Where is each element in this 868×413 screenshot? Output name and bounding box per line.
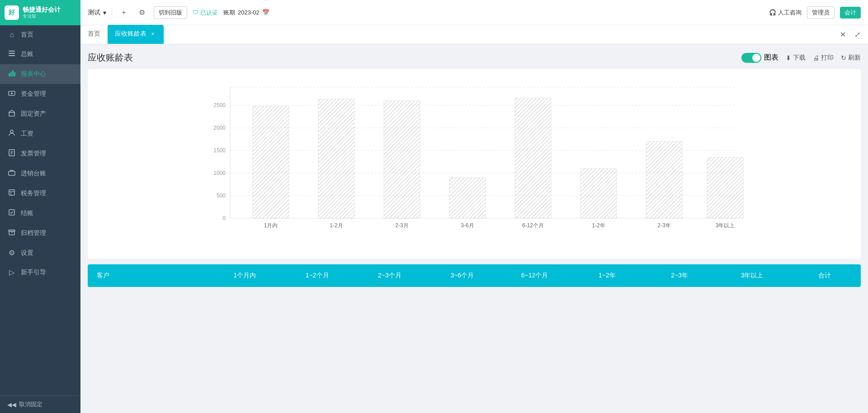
bar-1月内 [253, 106, 289, 218]
user-button[interactable]: 管理员 [807, 6, 835, 19]
tab-home-label: 首页 [88, 30, 100, 38]
tab-aging-label: 应收账龄表 [115, 30, 146, 38]
svg-rect-15 [9, 171, 15, 175]
app-edition: 专业版 [23, 13, 61, 19]
period-label: 账期 [223, 9, 235, 17]
close-window-icon[interactable]: ✕ [837, 29, 848, 40]
content-area: 应收账龄表 图表 ⬇ 下载 🖨 打印 ↻ 刷新 [80, 44, 868, 413]
svg-text:1000: 1000 [213, 170, 226, 176]
sidebar-cancel-fixed-btn[interactable]: ◀◀ 取消固定 [0, 395, 80, 413]
svg-text:1-2年: 1-2年 [592, 222, 605, 229]
svg-point-8 [11, 93, 13, 94]
svg-rect-3 [9, 73, 10, 76]
sidebar-item-assets[interactable]: 固定资产 [0, 104, 80, 124]
sidebar-item-invoices[interactable]: 发票管理 [0, 144, 80, 164]
bar-2-3月 [384, 101, 420, 218]
svg-rect-16 [9, 190, 14, 195]
svg-text:3年以上: 3年以上 [716, 222, 735, 229]
tab-home[interactable]: 首页 [80, 25, 108, 44]
inventory-icon [7, 169, 16, 178]
svg-point-10 [10, 130, 13, 133]
download-btn[interactable]: ⬇ 下载 [786, 54, 806, 62]
bar-1-2年 [580, 169, 617, 218]
sidebar-item-home[interactable]: ⌂ 首页 [0, 25, 80, 44]
sidebar-item-ledger[interactable]: 总账 [0, 44, 80, 64]
sidebar-item-inventory[interactable]: 进销台账 [0, 164, 80, 183]
tax-icon [7, 189, 16, 198]
assets-icon [7, 109, 16, 118]
cancel-fixed-label: 取消固定 [19, 400, 42, 408]
sidebar-item-archive[interactable]: 归档管理 [0, 223, 80, 243]
calendar-icon[interactable]: 📅 [262, 9, 269, 16]
chart-svg: 0 500 1000 1500 2000 2500 1月内 [97, 78, 852, 250]
download-label: 下载 [793, 54, 806, 62]
refresh-label: 刷新 [848, 54, 861, 62]
expand-icon[interactable]: ⤢ [852, 29, 863, 40]
col-header-1month: 1个月内 [208, 264, 281, 287]
sidebar-label-archive: 归档管理 [21, 229, 46, 237]
topbar-right: 🎧 人工咨询 管理员 会计 [769, 6, 861, 19]
bar-3年以上 [707, 157, 743, 218]
print-label: 打印 [821, 54, 834, 62]
sidebar-item-guide[interactable]: ▷ 新手引导 [0, 263, 80, 282]
role-button[interactable]: 会计 [840, 7, 861, 19]
bar-6-12月 [515, 98, 551, 218]
svg-text:1-2月: 1-2月 [330, 222, 343, 229]
tab-close-icon[interactable]: × [149, 30, 156, 38]
page-header: 应收账龄表 图表 ⬇ 下载 🖨 打印 ↻ 刷新 [88, 52, 861, 64]
switch-version-btn[interactable]: 切到旧版 [154, 6, 187, 19]
bar-3-6月 [449, 178, 486, 218]
sidebar-label-inventory: 进销台账 [21, 169, 46, 178]
dropdown-icon: ▾ [103, 9, 106, 16]
tabbar-right: ✕ ⤢ [832, 25, 868, 44]
svg-text:6-12个月: 6-12个月 [522, 222, 544, 229]
refresh-btn[interactable]: ↻ 刷新 [841, 54, 861, 62]
sidebar-item-settings[interactable]: ⚙ 设置 [0, 243, 80, 263]
topbar-divider-1 [112, 8, 112, 17]
home-icon: ⌂ [7, 31, 16, 39]
sidebar-item-wages[interactable]: 工资 [0, 124, 80, 144]
svg-text:1500: 1500 [213, 147, 226, 154]
sidebar-item-checkout[interactable]: 结账 [0, 203, 80, 223]
bar-1-2月 [318, 99, 354, 218]
headset-icon: 🎧 [769, 9, 776, 16]
svg-rect-6 [14, 72, 15, 76]
col-header-1-2month: 1~2个月 [281, 264, 354, 287]
svg-rect-0 [9, 51, 15, 52]
main-area: 测试 ▾ + ⚙ 切到旧版 🛡 已认证 账期 2023-02 📅 🎧 人工咨询 … [80, 0, 868, 413]
add-button[interactable]: + [118, 6, 130, 19]
consult-label: 人工咨询 [778, 9, 802, 17]
svg-rect-4 [10, 72, 12, 76]
period-badge: 账期 2023-02 📅 [223, 9, 269, 17]
pin-icon: ◀◀ [7, 401, 16, 408]
sidebar-label-checkout: 结账 [21, 209, 33, 217]
chart-toggle-switch[interactable] [741, 53, 761, 63]
chart-toggle-group: 图表 [741, 53, 778, 63]
sidebar-nav: ⌂ 首页 总账 报表中心 资金管理 [0, 25, 80, 395]
sidebar-item-funds[interactable]: 资金管理 [0, 84, 80, 104]
topbar: 测试 ▾ + ⚙ 切到旧版 🛡 已认证 账期 2023-02 📅 🎧 人工咨询 … [80, 0, 868, 25]
svg-text:2-3月: 2-3月 [395, 222, 408, 229]
col-header-customer: 客户 [88, 264, 208, 287]
svg-text:1月内: 1月内 [264, 222, 278, 229]
col-header-6-12month: 6~12个月 [498, 264, 571, 287]
svg-rect-9 [9, 113, 14, 116]
sidebar-label-guide: 新手引导 [21, 268, 46, 277]
ledger-icon [7, 50, 16, 59]
print-icon: 🖨 [813, 54, 819, 61]
project-selector[interactable]: 测试 ▾ [88, 9, 106, 17]
wages-icon [7, 129, 16, 138]
bar-2-3年 [646, 141, 682, 218]
app-name-block: 畅捷通好会计 专业版 [23, 6, 61, 20]
chart-toggle-label: 图表 [764, 53, 778, 62]
settings-button[interactable]: ⚙ [136, 6, 148, 19]
tab-aging-report[interactable]: 应收账龄表 × [108, 25, 164, 44]
consult-button[interactable]: 🎧 人工咨询 [769, 9, 802, 17]
sidebar-item-reports[interactable]: 报表中心 [0, 64, 80, 84]
table-header: 客户 1个月内 1~2个月 2~3个月 3~6个月 6~12个月 1~2年 2~… [88, 264, 861, 287]
print-btn[interactable]: 🖨 打印 [813, 54, 834, 62]
sidebar-item-tax[interactable]: 税务管理 [0, 183, 80, 203]
svg-text:2500: 2500 [213, 102, 226, 108]
sidebar-label-invoices: 发票管理 [21, 150, 46, 158]
invoices-icon [7, 149, 16, 158]
